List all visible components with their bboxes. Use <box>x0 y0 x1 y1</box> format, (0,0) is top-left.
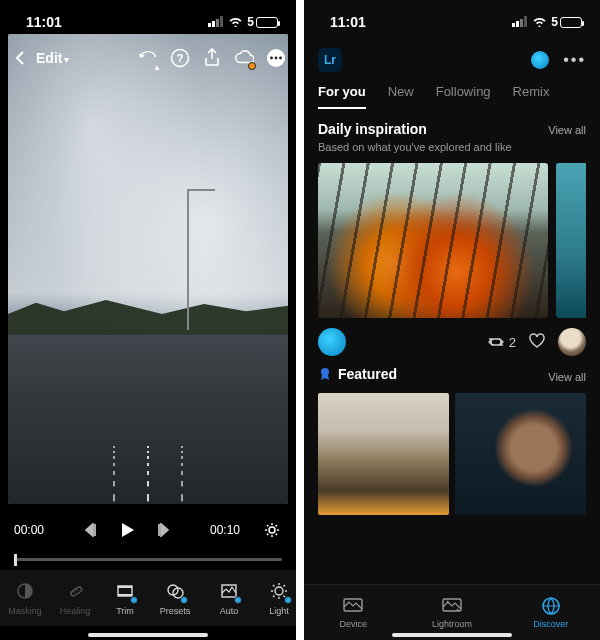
featured-grid <box>318 393 586 515</box>
svg-text:?: ? <box>177 52 184 64</box>
share-button[interactable] <box>202 48 222 68</box>
tool-masking[interactable]: Masking <box>0 570 50 626</box>
remix-icon <box>487 335 505 349</box>
view-all-link[interactable]: View all <box>548 371 586 383</box>
editor-top-toolbar: Edit▾ ▲ ? <box>10 44 286 72</box>
battery-indicator: 5 <box>551 15 582 29</box>
nav-discover[interactable]: Discover <box>501 585 600 640</box>
daily-carousel[interactable] <box>318 163 586 318</box>
wifi-icon <box>532 14 547 30</box>
undo-button[interactable]: ▲ <box>138 48 158 68</box>
daily-card[interactable] <box>556 163 586 318</box>
svg-rect-27 <box>524 16 527 27</box>
app-header: Lr ••• <box>304 44 600 76</box>
tool-trim[interactable]: Trim <box>100 570 150 626</box>
svg-point-14 <box>76 589 78 591</box>
featured-section: Featured View all <box>304 360 600 515</box>
frame-back-button[interactable] <box>83 520 103 540</box>
edit-label: Edit <box>36 50 62 66</box>
tool-label: Auto <box>220 606 239 616</box>
svg-rect-25 <box>516 21 519 27</box>
back-button[interactable] <box>10 48 30 68</box>
svg-rect-17 <box>118 594 132 596</box>
nav-label: Lightroom <box>432 619 472 629</box>
edit-menu-button[interactable]: Edit▾ <box>36 49 69 67</box>
remix-button[interactable]: 2 <box>487 335 516 350</box>
featured-card[interactable] <box>455 393 586 515</box>
tool-label: Healing <box>60 606 91 616</box>
edit-canvas[interactable] <box>8 34 288 504</box>
svg-rect-12 <box>70 586 83 597</box>
auto-icon <box>218 580 240 602</box>
playback-bar: 00:00 00:10 <box>0 508 296 552</box>
svg-point-28 <box>321 368 329 376</box>
header-more-button[interactable]: ••• <box>563 51 586 69</box>
masking-icon <box>14 580 36 602</box>
svg-rect-1 <box>212 21 215 27</box>
like-button[interactable] <box>528 333 546 352</box>
home-indicator[interactable] <box>392 633 512 637</box>
svg-point-21 <box>275 587 283 595</box>
trim-icon <box>114 580 136 602</box>
battery-percent: 5 <box>551 15 558 29</box>
section-title: Daily inspiration <box>318 121 427 137</box>
daily-inspiration-section: Daily inspiration View all Based on what… <box>304 109 600 360</box>
signal-icon <box>208 14 224 30</box>
svg-point-9 <box>279 57 282 60</box>
playback-current-time: 00:00 <box>14 523 44 537</box>
device-icon <box>342 596 364 616</box>
healing-icon <box>64 580 86 602</box>
ribbon-icon <box>318 367 332 381</box>
tool-presets[interactable]: Presets <box>150 570 200 626</box>
device-right-discover: 11:01 5 Lr ••• For you New Following Rem… <box>304 0 600 640</box>
profile-button[interactable] <box>531 51 549 69</box>
tool-healing[interactable]: Healing <box>50 570 100 626</box>
tool-label: Light <box>269 606 289 616</box>
tool-label: Masking <box>8 606 42 616</box>
playback-settings-button[interactable] <box>262 520 282 540</box>
nav-lightroom[interactable]: Lightroom <box>403 585 502 640</box>
tab-following[interactable]: Following <box>436 84 491 109</box>
view-all-link[interactable]: View all <box>548 124 586 136</box>
wifi-icon <box>228 14 243 30</box>
tab-remix[interactable]: Remix <box>513 84 550 109</box>
tool-light[interactable]: Light <box>254 570 296 626</box>
nav-label: Discover <box>533 619 568 629</box>
tool-label: Trim <box>116 606 134 616</box>
section-subtitle: Based on what you've explored and like <box>318 141 586 153</box>
lightroom-logo[interactable]: Lr <box>318 48 342 72</box>
status-time: 11:01 <box>26 14 62 30</box>
more-button[interactable] <box>266 48 286 68</box>
nav-label: Device <box>340 619 368 629</box>
cloud-button[interactable] <box>234 48 254 68</box>
tab-new[interactable]: New <box>388 84 414 109</box>
status-bar: 11:01 5 <box>0 0 296 44</box>
remix-count: 2 <box>509 335 516 350</box>
avatar[interactable] <box>558 328 586 356</box>
play-button[interactable] <box>117 520 137 540</box>
tab-foryou[interactable]: For you <box>318 84 366 109</box>
frame-forward-button[interactable] <box>151 520 171 540</box>
section-title: Featured <box>338 366 397 382</box>
svg-rect-26 <box>520 19 523 27</box>
nav-device[interactable]: Device <box>304 585 403 640</box>
daily-card[interactable] <box>318 163 548 318</box>
featured-card[interactable] <box>318 393 449 515</box>
home-indicator[interactable] <box>88 633 208 637</box>
status-bar: 11:01 5 <box>304 0 600 44</box>
signal-icon <box>512 14 528 30</box>
heart-icon <box>528 333 546 349</box>
svg-point-10 <box>269 527 275 533</box>
discover-tabs: For you New Following Remix <box>304 76 600 109</box>
post-footer: 2 <box>318 318 586 360</box>
svg-rect-24 <box>512 23 515 27</box>
device-left-editor: 11:01 5 Edit▾ <box>0 0 296 640</box>
discover-icon <box>540 596 562 616</box>
tool-auto[interactable]: Auto <box>204 570 254 626</box>
svg-rect-16 <box>118 586 132 588</box>
author-avatar[interactable] <box>318 328 346 356</box>
bottom-nav: Device Lightroom Discover <box>304 584 600 640</box>
battery-percent: 5 <box>247 15 254 29</box>
help-button[interactable]: ? <box>170 48 190 68</box>
timeline-scrubber[interactable] <box>14 550 282 568</box>
